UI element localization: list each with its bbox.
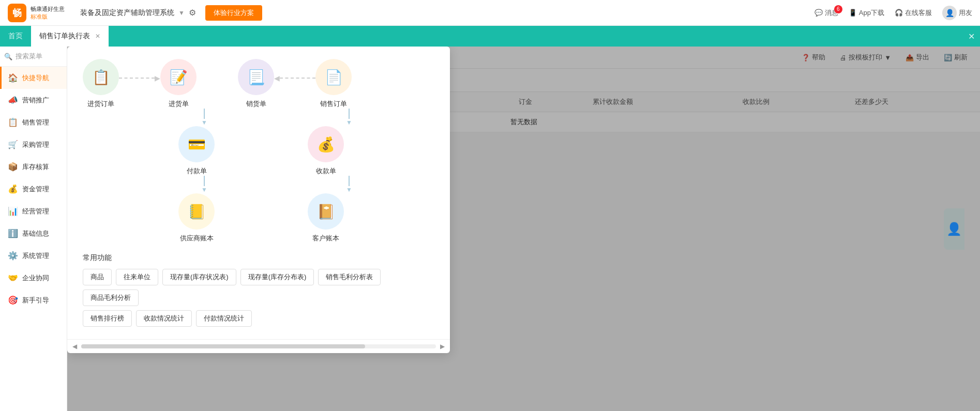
finance-icon: 💰 <box>8 184 18 194</box>
sidebar-item-basic-info[interactable]: ℹ️ 基础信息 <box>0 222 67 245</box>
system-title-area: 装备及固定资产辅助管理系统 ▼ ⚙ 体验行业方案 <box>75 5 815 21</box>
flow-node-sales-receipt: 📃 销货单 <box>238 59 274 109</box>
sidebar-item-sales[interactable]: 📋 销售管理 <box>0 111 67 133</box>
sales-receipt-label: 销货单 <box>246 99 266 109</box>
sidebar-item-collab[interactable]: 🤝 企业协同 <box>0 267 67 289</box>
scroll-right-icon[interactable]: ▶ <box>440 343 445 350</box>
experience-btn[interactable]: 体验行业方案 <box>205 5 262 21</box>
home-icon: 🏠 <box>8 73 18 83</box>
settings-icon[interactable]: ⚙ <box>189 8 196 18</box>
scrollbar-track[interactable] <box>81 344 436 348</box>
sidebar-search[interactable]: 🔍 搜索菜单 <box>0 47 67 67</box>
system-title: 装备及固定资产辅助管理系统 <box>80 8 174 18</box>
online-service-item[interactable]: 🎧 在线客服 <box>895 8 932 18</box>
customer-ledger-label: 客户账本 <box>312 234 339 243</box>
tab-bar-close-icon[interactable]: ✕ <box>968 32 975 41</box>
guide-icon: 🎯 <box>8 295 18 305</box>
sidebar-item-quick-nav[interactable]: 🏠 快捷导航 <box>0 67 67 89</box>
system-icon: ⚙️ <box>8 251 18 261</box>
flow-node-purchase-order: 📋 进货订单 <box>83 59 119 109</box>
sidebar-item-purchase[interactable]: 🛒 采购管理 <box>0 133 67 156</box>
modal-content: 📋 进货订单 ▶ 📝 <box>67 47 450 339</box>
v-arrow-sales <box>349 109 350 119</box>
purchase-receipt-label: 进货单 <box>169 99 189 109</box>
sidebar-item-management[interactable]: 📊 经营管理 <box>0 200 67 222</box>
func-btn-stock-dist[interactable]: 现存量(库存分布表) <box>240 269 314 285</box>
info-icon: ℹ️ <box>8 229 18 238</box>
flow-node-sales-order: 📄 销售订单 <box>315 59 352 109</box>
main-layout: 🔍 搜索菜单 🏠 快捷导航 📣 营销推广 📋 销售管理 🛒 采购管理 📦 库存核… <box>0 47 980 411</box>
headset-icon: 🎧 <box>895 9 903 17</box>
common-functions-section: 常用功能 商品 往来单位 现存量(库存状况表) 现存量(库存分布表) 销售毛利分… <box>83 253 434 327</box>
common-functions-title: 常用功能 <box>83 253 434 263</box>
supplier-ledger-label: 供应商账本 <box>180 234 214 243</box>
flow-node-customer-ledger: 📔 客户账本 <box>308 193 344 243</box>
message-badge: 6 <box>834 5 842 13</box>
arrow-h-1: ▶ <box>119 74 160 82</box>
func-btn-sales-rank[interactable]: 销售排行榜 <box>83 310 132 327</box>
v-arrow-receipt <box>349 176 350 186</box>
scroll-left-icon[interactable]: ◀ <box>72 343 77 350</box>
flow-node-purchase-receipt: 📝 进货单 <box>160 59 197 109</box>
function-btns: 商品 往来单位 现存量(库存状况表) 现存量(库存分布表) 销售毛利分析表 商品… <box>83 269 434 306</box>
header-right: 💬 消息 6 📱 App下载 🎧 在线客服 👤 用友 <box>815 6 972 20</box>
tab-sales-order[interactable]: 销售订单执行表 ✕ <box>31 26 109 47</box>
search-icon: 🔍 <box>4 53 12 60</box>
message-icon: 💬 <box>815 9 823 17</box>
content-area: ❓ 帮助 🖨 按模板打印 ▼ 📤 导出 🔄 刷新 yyyy-mm-dd 📅 <box>67 47 980 411</box>
flow-node-supplier-ledger: 📒 供应商账本 <box>178 193 215 243</box>
chevron-down-icon[interactable]: ▼ <box>178 9 185 17</box>
logo-icon: 畅 <box>8 4 26 22</box>
func-btn-supplier[interactable]: 往来单位 <box>116 269 158 285</box>
sidebar-item-marketing[interactable]: 📣 营销推广 <box>0 89 67 111</box>
sales-order-label: 销售订单 <box>320 99 347 109</box>
logo-text: 畅康通好生意 标准版 <box>31 5 65 20</box>
marketing-icon: 📣 <box>8 95 18 105</box>
tab-home[interactable]: 首页 <box>0 26 31 47</box>
flow-node-payment: 💳 付款单 <box>178 126 215 176</box>
management-icon: 📊 <box>8 206 18 216</box>
modal-scrollbar: ◀ ▶ <box>67 339 450 353</box>
v-arrow-payment <box>204 176 205 186</box>
message-item[interactable]: 💬 消息 6 <box>815 8 838 18</box>
right-side-decoration: 👤 <box>928 47 980 411</box>
arrow-h-2: ◀ <box>274 74 315 82</box>
tab-bar: 首页 销售订单执行表 ✕ ✕ <box>0 26 980 47</box>
func-btn-stock-status[interactable]: 现存量(库存状况表) <box>162 269 236 285</box>
collab-icon: 🤝 <box>8 273 18 283</box>
sidebar-item-guide[interactable]: 🎯 新手引导 <box>0 289 67 311</box>
purchase-icon: 🛒 <box>8 140 18 149</box>
scrollbar-thumb <box>81 344 365 348</box>
func-btn-product-margin[interactable]: 商品毛利分析 <box>83 290 139 306</box>
phone-icon: 📱 <box>849 9 857 17</box>
func-btn-product[interactable]: 商品 <box>83 269 112 285</box>
func-btn-receipt-stats[interactable]: 收款情况统计 <box>136 310 192 327</box>
modal-box: 📋 进货订单 ▶ 📝 <box>67 47 450 353</box>
function-btns-row2: 销售排行榜 收款情况统计 付款情况统计 <box>83 310 434 327</box>
payment-label: 付款单 <box>187 166 207 176</box>
sidebar-item-inventory[interactable]: 📦 库存核算 <box>0 156 67 178</box>
sidebar-item-system[interactable]: ⚙️ 系统管理 <box>0 245 67 267</box>
modal-overlay[interactable]: 📋 进货订单 ▶ 📝 <box>67 47 980 411</box>
inventory-icon: 📦 <box>8 162 18 172</box>
purchase-order-label: 进货订单 <box>87 99 114 109</box>
app-download-item[interactable]: 📱 App下载 <box>849 8 884 18</box>
tab-close-icon[interactable]: ✕ <box>95 33 100 40</box>
user-item[interactable]: 👤 用友 <box>942 6 972 20</box>
top-header: 畅 畅康通好生意 标准版 装备及固定资产辅助管理系统 ▼ ⚙ 体验行业方案 💬 … <box>0 0 980 26</box>
receipt-label: 收款单 <box>316 166 336 176</box>
v-arrow-purchase <box>204 109 205 119</box>
func-btn-sales-margin[interactable]: 销售毛利分析表 <box>318 269 381 285</box>
sidebar-item-finance[interactable]: 💰 资金管理 <box>0 178 67 200</box>
sales-icon: 📋 <box>8 117 18 127</box>
logo-area: 畅 畅康通好生意 标准版 <box>8 4 75 22</box>
func-btn-payment-stats[interactable]: 付款情况统计 <box>196 310 252 327</box>
flow-node-receipt: 💰 收款单 <box>308 126 344 176</box>
avatar: 👤 <box>942 6 957 20</box>
sidebar: 🔍 搜索菜单 🏠 快捷导航 📣 营销推广 📋 销售管理 🛒 采购管理 📦 库存核… <box>0 47 67 411</box>
